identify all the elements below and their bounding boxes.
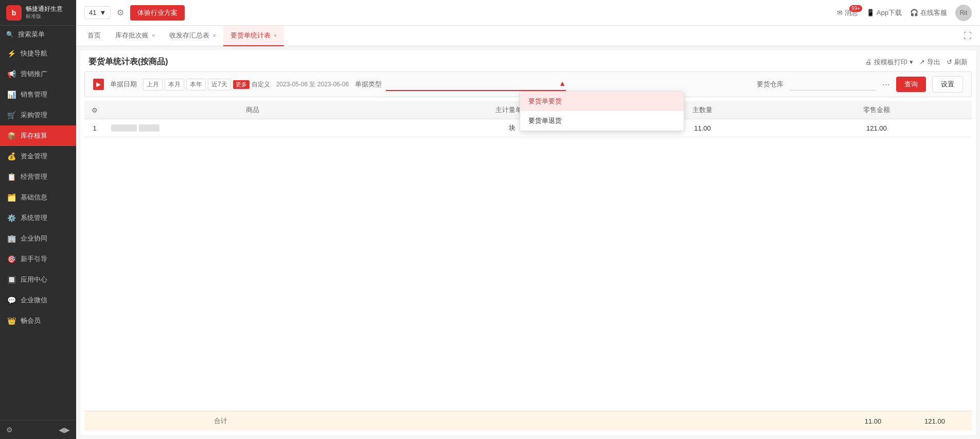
tab-home[interactable]: 首页 (80, 26, 108, 46)
appstore-icon: 🔲 (6, 275, 16, 285)
filter-bar: ▶ 单据日期 上月 本月 本年 近7天 更多 自定义 2023-05-06 至 … (84, 71, 972, 97)
sidebar-item-marketing[interactable]: 📢 营销推广 (0, 64, 76, 84)
purchase-label: 采购管理 (21, 111, 47, 120)
query-button[interactable]: 查询 (896, 77, 926, 92)
sidebar-item-appstore[interactable]: 🔲 应用中心 (0, 269, 76, 290)
export-icon: ↗ (919, 58, 925, 66)
table-footer: 合计 11.00 121.00 (84, 411, 972, 431)
trial-button[interactable]: 体验行业方案 (130, 5, 185, 21)
tab-order-stats[interactable]: 要货单统计表 × (223, 26, 284, 46)
sidebar-item-operation[interactable]: 📋 经营管理 (0, 167, 76, 187)
guide-label: 新手引导 (21, 254, 47, 264)
warehouse-filter-input[interactable] (790, 78, 876, 90)
sidebar-item-system[interactable]: ⚙️ 系统管理 (0, 208, 76, 228)
topbar: 41 ▼ ⚙ 体验行业方案 ✉ 消息 99+ 📱 App下载 🎧 在线客服 Ri… (76, 0, 980, 26)
online-service-button[interactable]: 🎧 在线客服 (910, 8, 947, 17)
date-more-btn[interactable]: 更多 (233, 80, 250, 89)
type-filter-input[interactable] (386, 78, 566, 91)
sidebar-item-inventory[interactable]: 📦 库存核算 (0, 125, 76, 146)
filter-type-section: 单据类型 ▲ 要货单要货 要货单退货 (355, 78, 751, 91)
sidebar-item-finance[interactable]: 💰 资金管理 (0, 146, 76, 167)
company-selector[interactable]: 41 ▼ (84, 6, 111, 19)
tab-inventory-batch-label: 库存批次账 (115, 31, 149, 40)
dropdown-item-order-goods[interactable]: 要货单要货 (520, 92, 684, 111)
basic-icon: 🗂️ (6, 192, 16, 203)
operation-label: 经营管理 (21, 172, 47, 181)
footer-quantity: 11.00 (842, 417, 904, 425)
tab-expand-icon[interactable]: ⛶ (959, 31, 976, 41)
system-icon: ⚙️ (6, 213, 16, 223)
company-num: 41 (89, 9, 96, 16)
sidebar-item-member[interactable]: 👑 畅会员 (0, 310, 76, 331)
type-filter-label: 单据类型 (355, 80, 382, 89)
page-header: 要货单统计表(按商品) 🖨 按模板打印 ▾ ↗ 导出 ↺ 刷新 (80, 50, 976, 71)
sidebar-item-purchase[interactable]: 🛒 采购管理 (0, 105, 76, 125)
export-button[interactable]: ↗ 导出 (919, 58, 940, 67)
page-title: 要货单统计表(按商品) (88, 57, 168, 67)
refresh-button[interactable]: ↺ 刷新 (947, 58, 968, 67)
service-label: 在线客服 (920, 8, 947, 17)
topbar-left: 41 ▼ ⚙ 体验行业方案 (84, 5, 185, 21)
date-7days-btn[interactable]: 近7天 (208, 79, 231, 90)
date-this-month-btn[interactable]: 本月 (165, 79, 184, 90)
inventory-icon: 📦 (6, 131, 16, 141)
print-label: 按模板打印 (874, 58, 907, 67)
tab-home-label: 首页 (87, 31, 101, 40)
wechat-icon: 💬 (6, 295, 16, 305)
dropdown-item-order-return[interactable]: 要货单退货 (520, 111, 684, 131)
date-last-month-btn[interactable]: 上月 (143, 79, 163, 90)
footer-amount: 121.00 (904, 417, 966, 425)
search-label: 搜索菜单 (18, 30, 45, 39)
date-filter-options: 上月 本月 本年 近7天 更多 自定义 (143, 79, 270, 90)
topbar-right: ✉ 消息 99+ 📱 App下载 🎧 在线客服 Rit (837, 5, 972, 21)
logo-sub: 标准版 (26, 13, 63, 20)
date-this-year-btn[interactable]: 本年 (186, 79, 206, 90)
footer-label: 合计 (91, 416, 842, 426)
sidebar-item-guide[interactable]: 🎯 新手引导 (0, 249, 76, 269)
collapse-icon[interactable]: ◀▶ (59, 426, 70, 434)
col-gear[interactable]: ⚙ (84, 101, 105, 119)
gear-icon[interactable]: ⚙ (117, 8, 124, 17)
sidebar: b 畅捷通好生意 标准版 🔍 搜索菜单 ⚡ 快捷导航 📢 营销推广 📊 销售管理… (0, 0, 76, 439)
row-index: 1 (84, 119, 105, 137)
service-icon: 🎧 (910, 9, 918, 16)
refresh-label: 刷新 (954, 58, 968, 67)
avatar[interactable]: Rit (955, 5, 972, 21)
print-button[interactable]: 🖨 按模板打印 ▾ (865, 58, 913, 67)
sidebar-search[interactable]: 🔍 搜索菜单 (0, 26, 76, 43)
sidebar-item-sales[interactable]: 📊 销售管理 (0, 84, 76, 105)
filter-expand-button[interactable]: ▶ (93, 79, 104, 90)
tab-receive-summary-close[interactable]: × (212, 32, 216, 39)
warehouse-more-icon[interactable]: ··· (882, 79, 890, 90)
quick-nav-label: 快捷导航 (21, 49, 47, 58)
message-button[interactable]: ✉ 消息 99+ (837, 8, 858, 17)
refresh-icon: ↺ (947, 58, 952, 66)
search-icon: 🔍 (6, 31, 14, 38)
message-icon: ✉ (837, 9, 843, 16)
app-download-button[interactable]: 📱 App下载 (866, 8, 902, 17)
logo-icon: b (6, 5, 22, 21)
sidebar-item-enterprise[interactable]: 🏢 企业协同 (0, 228, 76, 249)
tab-inventory-batch-close[interactable]: × (152, 32, 155, 39)
tabbar: 首页 库存批次账 × 收发存汇总表 × 要货单统计表 × ⛶ (76, 26, 980, 46)
date-custom-btn[interactable]: 自定义 (252, 80, 270, 89)
sidebar-item-basic[interactable]: 🗂️ 基础信息 (0, 187, 76, 208)
quick-nav-icon: ⚡ (6, 48, 16, 59)
sidebar-footer: ⚙ ◀▶ (0, 420, 76, 439)
appstore-label: 应用中心 (21, 275, 47, 284)
purchase-icon: 🛒 (6, 110, 16, 120)
sidebar-item-quick-nav[interactable]: ⚡ 快捷导航 (0, 43, 76, 64)
setting-button[interactable]: 设置 (932, 76, 963, 93)
tab-order-stats-close[interactable]: × (274, 32, 277, 39)
sales-label: 销售管理 (21, 90, 47, 99)
type-filter-chevron-icon[interactable]: ▲ (559, 79, 566, 87)
finance-icon: 💰 (6, 151, 16, 161)
sidebar-item-wechat[interactable]: 💬 企业微信 (0, 290, 76, 310)
settings-icon[interactable]: ⚙ (6, 426, 13, 434)
sales-icon: 📊 (6, 89, 16, 100)
col-amount: 零售金额 (781, 101, 972, 119)
tab-receive-summary[interactable]: 收发存汇总表 × (162, 26, 223, 46)
data-table-wrap: ⚙ 商品 主计量单位 主数量 零售金额 1 (84, 101, 972, 411)
tab-order-stats-label: 要货单统计表 (230, 31, 271, 40)
tab-inventory-batch[interactable]: 库存批次账 × (108, 26, 162, 46)
